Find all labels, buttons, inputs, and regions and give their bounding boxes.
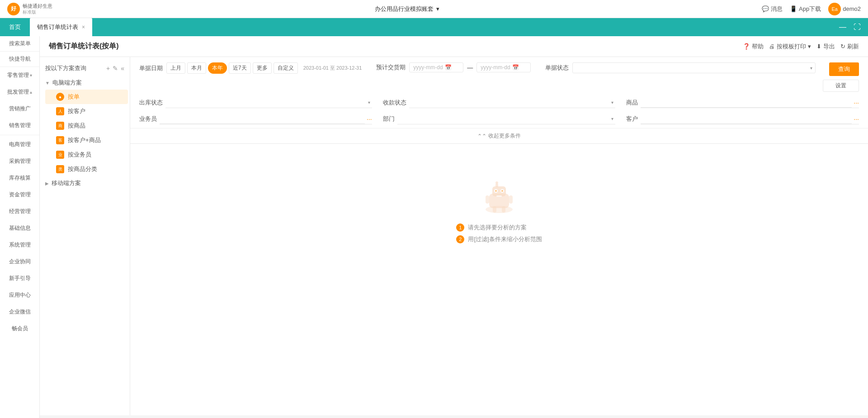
add-solution-icon[interactable]: + xyxy=(106,65,110,72)
pc-group-header[interactable]: ▼ 电脑端方案 xyxy=(40,76,130,90)
sidebar-item-marketing[interactable]: 营销推广 xyxy=(0,100,39,117)
sidebar-search[interactable]: 搜索菜单 xyxy=(0,36,39,52)
salesperson-label: 业务员 xyxy=(139,115,157,123)
solution-item-by-goods[interactable]: 商 按商品 xyxy=(45,119,128,133)
edit-solution-icon[interactable]: ✎ xyxy=(113,65,118,72)
tab-close-icon[interactable]: × xyxy=(82,24,85,30)
mobile-group-header[interactable]: ▶ 移动端方案 xyxy=(40,176,130,190)
date-btn-custom[interactable]: 自定义 xyxy=(274,62,298,74)
sidebar-item-apps[interactable]: 应用中心 xyxy=(0,287,39,304)
refresh-label: 刷新 xyxy=(847,43,859,51)
phone-icon: 📱 xyxy=(790,5,797,12)
settings-button[interactable]: 设置 xyxy=(823,80,859,92)
query-button[interactable]: 查询 xyxy=(829,62,859,76)
sidebar-item-newbie[interactable]: 新手引导 xyxy=(0,270,39,287)
out-status-select-wrapper: 已出库 未出库 ▾ xyxy=(165,98,372,108)
salesperson-more-icon[interactable]: ··· xyxy=(367,115,372,123)
tab-bar: 首页 销售订单统计表 × — ⛶ xyxy=(0,18,868,36)
customer-input-container: ··· xyxy=(641,114,859,124)
export-btn[interactable]: ⬇ 导出 xyxy=(816,43,835,51)
sidebar-item-member[interactable]: 畅会员 xyxy=(0,320,39,337)
logo-icon: 好 xyxy=(7,3,20,15)
sidebar-label-member: 畅会员 xyxy=(12,325,28,332)
dept-chevron-icon: ▾ xyxy=(611,116,613,121)
date-btn-7days[interactable]: 近7天 xyxy=(229,62,251,74)
date-btn-last-month[interactable]: 上月 xyxy=(166,62,185,74)
app-download-btn[interactable]: 📱 App下载 xyxy=(790,5,821,13)
tab-home[interactable]: 首页 xyxy=(0,18,30,36)
chevron-up-icon: ▴ xyxy=(30,90,32,95)
solution-item-by-salesperson[interactable]: 业 按业务员 xyxy=(45,147,128,162)
maximize-icon[interactable]: ⛶ xyxy=(852,21,863,33)
customer-more-icon[interactable]: ··· xyxy=(854,115,859,123)
print-btn[interactable]: 🖨 按模板打印 ▾ xyxy=(769,43,811,51)
sidebar-item-purchase[interactable]: 采购管理 xyxy=(0,153,39,170)
predicted-date-start[interactable]: yyyy-mm-dd 📅 xyxy=(409,62,463,72)
solution-item-by-customer-goods[interactable]: 客 按客户+商品 xyxy=(45,133,128,147)
solution-icon-category: 类 xyxy=(56,165,64,173)
dept-select[interactable] xyxy=(397,114,616,124)
minimize-icon[interactable]: — xyxy=(837,21,848,33)
collapse-panel-icon[interactable]: « xyxy=(121,65,124,72)
svg-point-13 xyxy=(495,181,498,184)
goods-label: 商品 xyxy=(626,99,638,107)
content-area: 销售订单统计表(按单) ❓ 帮助 🖨 按模板打印 ▾ ⬇ 导出 ↻ 刷新 xyxy=(40,36,868,418)
sidebar-label-sales: 销售管理 xyxy=(9,122,31,129)
logo-text: 畅捷通好生意 标准版 xyxy=(23,3,52,15)
sidebar-label-enterprise: 企业协同 xyxy=(9,258,31,266)
sidebar-label-retail: 零售管理 xyxy=(7,71,29,79)
full-content: 单据日期 上月 本月 本年 近7天 更多 自定义 2023-01-01 至 20… xyxy=(130,57,868,415)
out-status-select[interactable]: 已出库 未出库 xyxy=(165,98,372,108)
salesperson-input[interactable] xyxy=(160,114,365,124)
sidebar-item-wholesale[interactable]: 批发管理 ▴ xyxy=(0,84,39,100)
pc-solution-group: ▼ 电脑端方案 ● 按单 人 按客户 商 xyxy=(40,76,130,176)
tab-home-label: 首页 xyxy=(9,23,21,31)
solution-item-by-customer[interactable]: 人 按客户 xyxy=(45,104,128,119)
industry-selector[interactable]: 办公用品行业模拟账套 ▾ xyxy=(375,5,439,13)
sidebar-item-basic[interactable]: 基础信息 xyxy=(0,220,39,237)
sidebar-label-inventory: 库存核算 xyxy=(9,174,31,182)
solution-item-by-order[interactable]: ● 按单 xyxy=(45,90,128,104)
customer-input[interactable] xyxy=(641,114,852,124)
message-btn[interactable]: 💬 消息 xyxy=(762,5,783,13)
app-download-label: App下载 xyxy=(799,5,821,13)
sidebar-label-system: 系统管理 xyxy=(9,241,31,249)
goods-more-icon[interactable]: ··· xyxy=(854,99,859,106)
date-btn-this-year[interactable]: 本年 xyxy=(208,62,227,74)
goods-input[interactable] xyxy=(641,97,852,108)
main-layout: 搜索菜单 快捷导航 零售管理 ▾ 批发管理 ▴ 营销推广 销售管理 电商管理 采… xyxy=(0,36,868,418)
status-label: 单据状态 xyxy=(545,64,569,72)
end-date-placeholder: yyyy-mm-dd xyxy=(481,64,510,71)
collapse-row[interactable]: ⌃⌃ 收起更多条件 xyxy=(130,128,868,143)
sidebar-item-inventory[interactable]: 库存核算 xyxy=(0,170,39,186)
status-select[interactable]: 待审核 已审核 已完成 xyxy=(573,63,815,73)
salesperson-block: 业务员 ··· xyxy=(139,114,372,124)
date-btn-more[interactable]: 更多 xyxy=(253,62,272,74)
sidebar-item-operation[interactable]: 经营管理 xyxy=(0,203,39,220)
sidebar-item-ecommerce[interactable]: 电商管理 xyxy=(0,136,39,153)
sidebar-item-retail[interactable]: 零售管理 ▾ xyxy=(0,67,39,84)
tab-active[interactable]: 销售订单统计表 × xyxy=(30,18,92,36)
sidebar-item-sales[interactable]: 销售管理 xyxy=(0,117,39,134)
goods-block: 商品 ··· xyxy=(626,97,859,108)
print-label: 按模板打印 xyxy=(777,43,806,51)
sidebar-quick[interactable]: 快捷导航 xyxy=(0,52,39,67)
svg-rect-10 xyxy=(493,206,496,213)
calendar-start-icon: 📅 xyxy=(445,64,452,71)
solution-item-by-category[interactable]: 类 按商品分类 xyxy=(45,162,128,176)
sidebar-item-system[interactable]: 系统管理 xyxy=(0,237,39,253)
sidebar-item-wechat[interactable]: 企业微信 xyxy=(0,304,39,320)
empty-illustration xyxy=(476,171,522,216)
sidebar-label-purchase: 采购管理 xyxy=(9,157,31,165)
refresh-btn[interactable]: ↻ 刷新 xyxy=(840,43,859,51)
logo-area: 好 畅捷通好生意 标准版 xyxy=(7,3,52,15)
payment-status-select[interactable]: 已收款 未收款 xyxy=(409,98,616,108)
sidebar-item-finance[interactable]: 资金管理 xyxy=(0,186,39,203)
left-panel: 按以下方案查询 + ✎ « ▼ 电脑端方案 ● xyxy=(40,57,130,415)
predicted-date-end[interactable]: yyyy-mm-dd 📅 xyxy=(476,62,531,72)
sidebar-item-enterprise[interactable]: 企业协同 xyxy=(0,253,39,270)
date-btn-this-month[interactable]: 本月 xyxy=(187,62,206,74)
user-profile[interactable]: Ea demo2 xyxy=(828,3,861,15)
payment-status-block: 收款状态 已收款 未收款 ▾ xyxy=(383,98,616,108)
help-btn[interactable]: ❓ 帮助 xyxy=(743,43,764,51)
